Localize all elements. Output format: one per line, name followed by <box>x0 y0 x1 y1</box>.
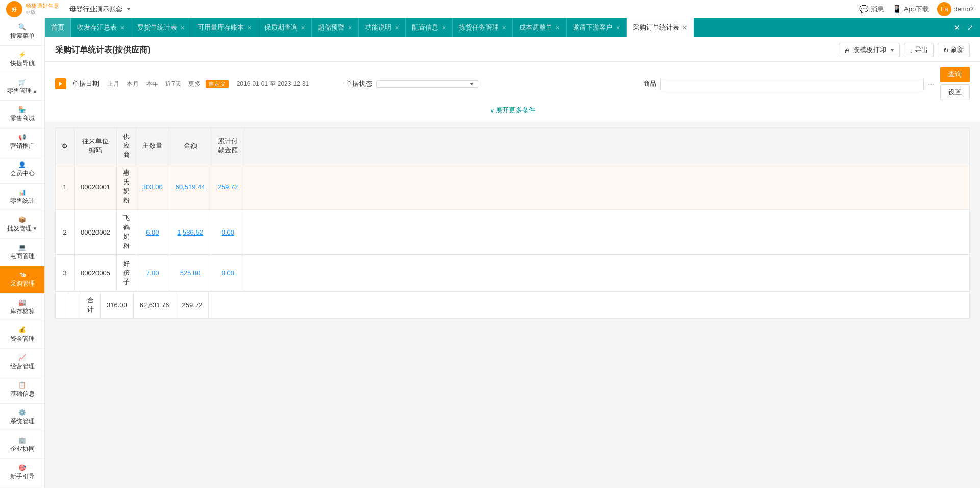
tab-pick-task-close[interactable]: ✕ <box>502 24 506 31</box>
sidebar-item-purchase[interactable]: 🛍 采购管理 <box>0 266 44 294</box>
tab-purchase-stat-close[interactable]: ✕ <box>682 24 687 31</box>
tab-overstock-warning-label: 超储预警 <box>318 23 345 32</box>
row3-amount[interactable]: 525.80 <box>169 255 211 291</box>
tab-validity-query[interactable]: 保质期查询 ✕ <box>258 18 312 37</box>
row2-amount[interactable]: 1,586.52 <box>169 210 211 255</box>
tab-config-info[interactable]: 配置信息 ✕ <box>406 18 453 37</box>
row3-paid[interactable]: 0.00 <box>211 255 244 291</box>
table-col-gear[interactable]: ⚙ <box>56 128 75 164</box>
shortcut-7days[interactable]: 近7天 <box>163 79 183 89</box>
sidebar-item-shortcut[interactable]: ⚡ 快捷导航 <box>0 46 44 73</box>
tab-receive-pay-close[interactable]: ✕ <box>120 24 125 31</box>
tab-bar-actions: ✕ ⤢ <box>951 22 980 33</box>
sidebar-item-system[interactable]: ⚙️ 系统管理 <box>0 404 44 431</box>
row1-qty[interactable]: 303.00 <box>136 164 169 210</box>
sidebar-item-retail-stat[interactable]: 📊 零售统计 <box>0 184 44 211</box>
filter-toggle-button[interactable] <box>55 78 66 89</box>
export-icon: ↓ <box>910 46 913 54</box>
tab-home[interactable]: 首页 <box>45 18 71 37</box>
row1-amount[interactable]: 60,519.44 <box>169 164 211 210</box>
tab-function-desc-close[interactable]: ✕ <box>395 24 399 31</box>
message-icon: 💬 <box>859 5 869 14</box>
status-select[interactable] <box>376 80 478 88</box>
tab-available-inventory-close[interactable]: ✕ <box>247 24 252 31</box>
enterprise-icon: 🏢 <box>18 436 26 444</box>
shortcut-this-year[interactable]: 本年 <box>144 79 160 89</box>
template-print-button[interactable]: 🖨 按模板打印 <box>839 43 900 57</box>
sidebar-item-inventory[interactable]: 🏭 库存核算 <box>0 294 44 321</box>
download-icon: 📱 <box>892 5 902 14</box>
row1-paid[interactable]: 259.72 <box>211 164 244 210</box>
sidebar-item-ecommerce[interactable]: 💻 电商管理 <box>0 239 44 266</box>
date-shortcuts: 上月 本月 本年 近7天 更多 自定义 <box>105 79 229 89</box>
member-icon: 👤 <box>18 161 26 168</box>
sidebar-item-wholesale[interactable]: 📦 批发管理 ▼ <box>0 211 44 239</box>
tab-purchase-stat-label: 采购订单统计表 <box>633 23 679 32</box>
table-col-qty: 主数量 <box>136 128 169 164</box>
row2-extra <box>244 210 970 255</box>
goods-input[interactable] <box>660 78 924 90</box>
logo-text: 畅捷通好生意 标版 <box>26 3 59 15</box>
tab-order-stat[interactable]: 要货单统计表 ✕ <box>131 18 191 37</box>
workspace-selector[interactable]: 母婴行业演示账套 <box>69 5 131 14</box>
template-print-chevron-icon <box>890 49 894 52</box>
custom-date-tag[interactable]: 自定义 <box>206 80 229 88</box>
row2-qty[interactable]: 6.00 <box>136 210 169 255</box>
sidebar-item-operations[interactable]: 📈 经营管理 <box>0 349 44 376</box>
tab-purchase-stat[interactable]: 采购订单统计表 ✕ <box>627 18 694 37</box>
action-buttons: 查询 设置 <box>940 67 970 100</box>
tab-overstock-warning[interactable]: 超储预警 ✕ <box>312 18 359 37</box>
shortcut-last-month[interactable]: 上月 <box>105 79 121 89</box>
export-button[interactable]: ↓ 导出 <box>904 43 934 57</box>
messages-button[interactable]: 💬 消息 <box>859 5 884 14</box>
footer-row: 合计 316.00 62,631.76 259.72 <box>56 292 970 319</box>
goods-input-more-icon[interactable]: ··· <box>928 80 934 88</box>
sidebar-item-retail-shop[interactable]: 🏪 零售商城 <box>0 101 44 129</box>
tab-close-all-button[interactable]: ✕ <box>951 22 963 33</box>
app-download-button[interactable]: 📱 App下载 <box>892 5 929 14</box>
tab-invite-downstream[interactable]: 邀请下游客户 ✕ <box>567 18 627 37</box>
expand-filters-button[interactable]: ∨ 展开更多条件 <box>55 104 970 117</box>
sidebar: 🔍 搜索菜单 ⚡ 快捷导航 🛒 零售管理 ▲ 🏪 零售商城 📢 营销推广 👤 会… <box>0 18 45 488</box>
newbie-icon: 🎯 <box>18 464 26 471</box>
tab-receive-pay[interactable]: 收发存汇总表 ✕ <box>71 18 131 37</box>
refresh-button[interactable]: ↻ 刷新 <box>938 43 970 57</box>
tab-restore-button[interactable]: ⤢ <box>965 22 976 33</box>
sidebar-item-finance[interactable]: 💰 资金管理 <box>0 321 44 349</box>
status-label: 单据状态 <box>346 79 372 88</box>
tab-invite-downstream-close[interactable]: ✕ <box>616 24 620 31</box>
sidebar-item-basic[interactable]: 📋 基础信息 <box>0 376 44 404</box>
user-profile[interactable]: Ea demo2 <box>937 2 974 16</box>
sidebar-item-search[interactable]: 🔍 搜索菜单 <box>0 18 44 46</box>
tab-pick-task[interactable]: 拣货任务管理 ✕ <box>453 18 513 37</box>
footer-paid: 259.72 <box>176 292 209 319</box>
tab-function-desc-label: 功能说明 <box>365 23 391 32</box>
row2-paid[interactable]: 0.00 <box>211 210 244 255</box>
filter-toggle-icon <box>59 82 62 86</box>
purchase-icon: 🛍 <box>19 271 26 278</box>
row3-no: 3 <box>56 255 75 291</box>
tab-order-stat-close[interactable]: ✕ <box>180 24 185 31</box>
sidebar-item-enterprise[interactable]: 🏢 企业协同 <box>0 431 44 459</box>
sidebar-item-member[interactable]: 👤 会员中心 <box>0 156 44 184</box>
tab-function-desc[interactable]: 功能说明 ✕ <box>359 18 406 37</box>
wholesale-icon: 📦 <box>18 216 26 223</box>
tab-config-info-label: 配置信息 <box>412 23 438 32</box>
row3-qty[interactable]: 7.00 <box>136 255 169 291</box>
shortcut-more[interactable]: 更多 <box>186 79 203 89</box>
query-button[interactable]: 查询 <box>940 67 970 82</box>
shortcut-this-month[interactable]: 本月 <box>125 79 141 89</box>
tab-overstock-warning-close[interactable]: ✕ <box>348 24 352 31</box>
sidebar-item-retail[interactable]: 🛒 零售管理 ▲ <box>0 73 44 101</box>
row3-code: 00020005 <box>75 255 117 291</box>
settings-button[interactable]: 设置 <box>940 84 970 100</box>
retail-stat-icon: 📊 <box>18 189 26 196</box>
tab-invite-downstream-label: 邀请下游客户 <box>573 23 612 32</box>
tab-cost-adjust-close[interactable]: ✕ <box>555 24 560 31</box>
tab-available-inventory[interactable]: 可用量库存账本 ✕ <box>191 18 258 37</box>
sidebar-item-newbie[interactable]: 🎯 新手引导 <box>0 459 44 486</box>
tab-cost-adjust[interactable]: 成本调整单 ✕ <box>513 18 567 37</box>
tab-validity-query-close[interactable]: ✕ <box>301 24 305 31</box>
sidebar-item-marketing[interactable]: 📢 营销推广 <box>0 129 44 156</box>
tab-config-info-close[interactable]: ✕ <box>442 24 446 31</box>
